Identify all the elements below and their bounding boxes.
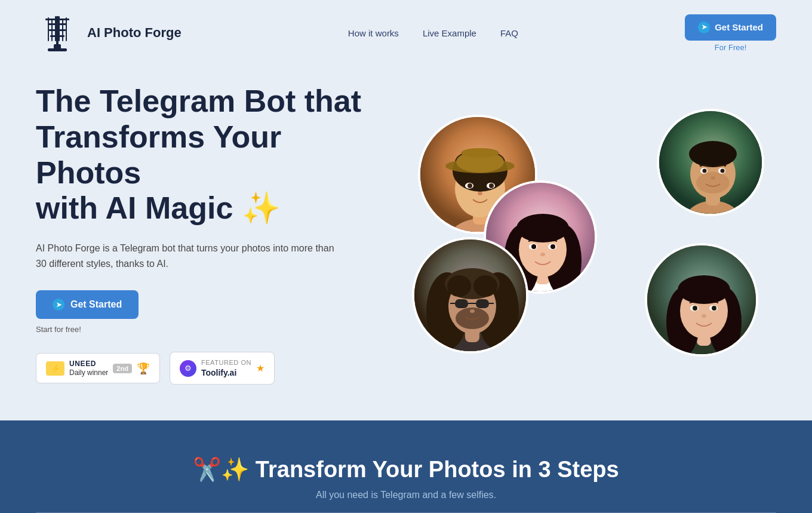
svg-point-49 xyxy=(540,253,545,256)
brand-name: AI Photo Forge xyxy=(87,25,182,41)
bolt-icon: ⚡ xyxy=(46,361,64,376)
svg-point-35 xyxy=(703,168,707,173)
steps-title: ✂️✨ Transform Your Photos in 3 Steps xyxy=(36,456,776,483)
nav-faq[interactable]: FAQ xyxy=(500,28,518,38)
svg-point-47 xyxy=(531,244,536,249)
nav-live-example[interactable]: Live Example xyxy=(423,28,476,38)
header: AI Photo Forge How it works Live Example… xyxy=(0,0,812,66)
steps-header: ✂️✨ Transform Your Photos in 3 Steps All… xyxy=(36,456,776,500)
svg-point-21 xyxy=(461,148,499,158)
svg-point-72 xyxy=(678,275,730,304)
svg-rect-11 xyxy=(62,20,63,41)
nav-how-it-works[interactable]: How it works xyxy=(348,28,399,38)
hero-section: The Telegram Bot that Transforms Your Ph… xyxy=(0,66,812,420)
start-free-label: Start for free! xyxy=(36,325,394,334)
svg-rect-1 xyxy=(48,48,67,51)
svg-point-48 xyxy=(550,244,555,249)
star-icon: ★ xyxy=(256,363,264,374)
svg-rect-10 xyxy=(59,16,60,41)
main-nav: How it works Live Example FAQ xyxy=(348,28,518,38)
svg-point-24 xyxy=(467,183,472,188)
svg-rect-9 xyxy=(55,16,56,41)
daily-winner-label: Daily winner xyxy=(69,368,108,377)
hero-subtitle: AI Photo Forge is a Telegram bot that tu… xyxy=(36,241,346,271)
svg-point-37 xyxy=(710,176,715,180)
hero-left: The Telegram Bot that Transforms Your Ph… xyxy=(36,84,394,385)
uneed-badge[interactable]: ⚡ UNEED Daily winner 2nd 🏆 xyxy=(36,353,160,383)
toolify-icon: ⚙ xyxy=(180,360,196,377)
telegram-icon: ➤ xyxy=(698,21,710,33)
svg-point-36 xyxy=(721,168,725,173)
person-face-2 xyxy=(659,111,762,214)
photo-circle-4 xyxy=(412,237,528,354)
toolify-badge[interactable]: ⚙ FEATURED ON Toolify.ai ★ xyxy=(170,352,275,384)
svg-point-31 xyxy=(689,141,737,167)
photo-circle-5 xyxy=(645,243,758,357)
svg-point-76 xyxy=(712,306,716,311)
steps-icon: ✂️✨ xyxy=(193,457,249,482)
svg-point-77 xyxy=(702,314,706,318)
svg-rect-3 xyxy=(48,23,67,25)
header-cta-wrapper: ➤ Get Started For Free! xyxy=(685,14,776,52)
svg-point-26 xyxy=(478,192,482,195)
svg-rect-7 xyxy=(48,17,49,41)
svg-rect-59 xyxy=(455,299,468,308)
rank-badge: 2nd xyxy=(113,364,132,373)
steps-subtitle: All you need is Telegram and a few selfi… xyxy=(36,490,776,500)
hero-photo-collage xyxy=(394,103,776,365)
badges-row: ⚡ UNEED Daily winner 2nd 🏆 ⚙ FEATURED ON… xyxy=(36,352,394,384)
toolify-name: Toolify.ai xyxy=(201,367,251,378)
svg-rect-12 xyxy=(66,17,67,41)
person-face-5 xyxy=(647,245,756,354)
svg-rect-60 xyxy=(476,299,489,308)
svg-point-32 xyxy=(696,172,730,193)
trophy-icon: 🏆 xyxy=(137,362,150,375)
svg-point-57 xyxy=(447,275,471,297)
featured-on-label: FEATURED ON xyxy=(201,358,251,367)
svg-point-65 xyxy=(470,309,475,313)
photo-circle-2 xyxy=(657,109,764,216)
header-for-free: For Free! xyxy=(715,43,746,52)
hero-title: The Telegram Bot that Transforms Your Ph… xyxy=(36,84,394,226)
logo-area: AI Photo Forge xyxy=(36,11,182,54)
svg-rect-8 xyxy=(51,20,53,41)
steps-section: ✂️✨ Transform Your Photos in 3 Steps All… xyxy=(0,420,812,513)
uneed-brand: UNEED xyxy=(69,360,108,368)
hero-telegram-icon: ➤ xyxy=(53,299,64,311)
svg-point-44 xyxy=(516,214,569,242)
logo-icon xyxy=(36,11,79,54)
svg-point-58 xyxy=(473,275,497,297)
hero-get-started-button[interactable]: ➤ Get Started xyxy=(36,290,139,319)
svg-point-75 xyxy=(693,306,697,311)
person-face-4 xyxy=(414,239,526,351)
header-get-started-button[interactable]: ➤ Get Started xyxy=(685,14,776,41)
